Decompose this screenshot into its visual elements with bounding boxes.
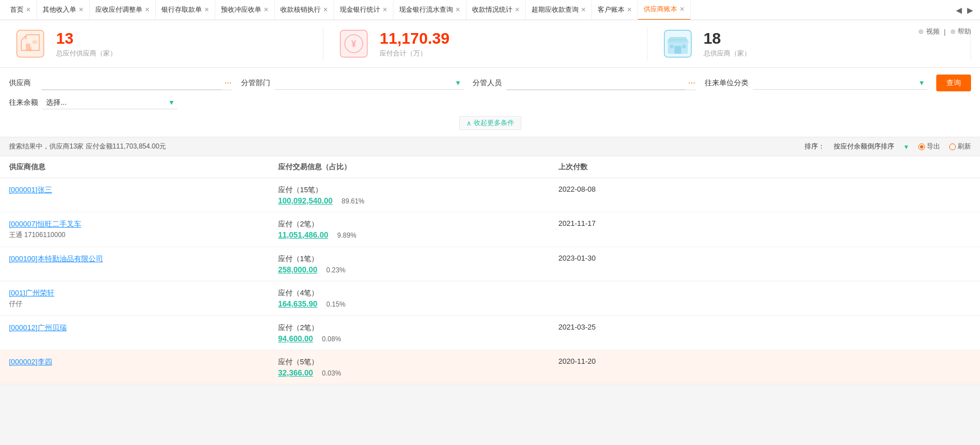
svg-rect-9 <box>674 46 681 54</box>
last-pay-date: 2020-11-20 <box>558 357 596 365</box>
svg-rect-11 <box>682 45 686 48</box>
close-icon[interactable]: ✕ <box>323 6 328 13</box>
supplier-link[interactable]: [000001]张三 <box>9 185 278 195</box>
close-icon[interactable]: ✕ <box>581 6 586 13</box>
results-bar: 搜索结果中，供应商13家 应付金额111,703,854.00元 排序： 按应付… <box>0 137 980 156</box>
supplier-link[interactable]: [001]广州荣轩 <box>9 288 278 298</box>
collapse-button[interactable]: ∧ 收起更多条件 <box>459 116 521 130</box>
close-icon[interactable]: ✕ <box>26 6 31 13</box>
person-label: 分管人员 <box>473 78 502 88</box>
collapse-icon: ∧ <box>466 119 471 127</box>
svg-text:¥: ¥ <box>28 47 32 53</box>
close-icon[interactable]: ✕ <box>204 6 209 13</box>
table-body: [000001]张三 应付（15笔） 100,092,540.00 89.61%… <box>0 178 980 384</box>
main-table: 供应商信息 应付交易信息（占比） 上次付数 [000001]张三 应付（15笔）… <box>0 156 980 384</box>
payable-amount-number: 11,170.39 <box>380 29 450 48</box>
table-row: [000012]广州贝瑞 应付（2笔） 94,600.00 0.08% 2021… <box>0 316 980 350</box>
col-header-lastpay: 上次付数 <box>558 162 971 172</box>
export-button[interactable]: 导出 <box>918 142 940 151</box>
tx-percent: 0.15% <box>326 300 345 308</box>
payable-suppliers-label: 总应付供应商（家） <box>56 49 117 58</box>
nav-tab-home[interactable]: 首页 ✕ <box>4 0 37 20</box>
close-icon[interactable]: ✕ <box>679 6 685 13</box>
nav-arrow-right[interactable]: ▶ <box>964 0 976 20</box>
close-icon[interactable]: ✕ <box>627 6 632 13</box>
top-navigation: 首页 ✕ 其他收入单 ✕ 应收应付调整单 ✕ 银行存取款单 ✕ 预收冲应收单 ✕… <box>0 0 980 20</box>
close-icon[interactable]: ✕ <box>264 6 269 13</box>
supplier-link[interactable]: [000012]广州贝瑞 <box>9 323 278 333</box>
supplier-contact: 仔仔 <box>9 299 278 309</box>
last-pay-date: 2022-08-08 <box>558 185 596 193</box>
nav-tab-ar-ap-adjust[interactable]: 应收应付调整单 ✕ <box>90 0 156 20</box>
nav-tab-overdue-ar[interactable]: 超期应收款查询 ✕ <box>526 0 592 20</box>
nav-tab-cash-flow-query[interactable]: 现金银行流水查询 ✕ <box>394 0 466 20</box>
tx-amount[interactable]: 100,092,540.00 <box>278 196 332 205</box>
payable-suppliers-number: 13 <box>56 29 117 48</box>
nav-tab-other-income[interactable]: 其他收入单 ✕ <box>37 0 90 20</box>
tx-amount[interactable]: 32,366.00 <box>278 368 313 377</box>
close-icon[interactable]: ✕ <box>382 6 387 13</box>
supplier-info-cell: [000100]本特勤油品有限公司 <box>9 254 278 264</box>
tx-row: 32,366.00 0.03% <box>278 368 558 377</box>
tx-amount[interactable]: 258,000.00 <box>278 265 317 274</box>
nav-tab-cash-bank-stat[interactable]: 现金银行统计 ✕ <box>334 0 394 20</box>
col-header-transaction: 应付交易信息（占比） <box>278 162 558 172</box>
supplier-info-cell: [000002]李四 <box>9 357 278 367</box>
sort-dropdown-arrow[interactable]: ▼ <box>903 143 909 150</box>
nav-tab-prepay-ar[interactable]: 预收冲应收单 ✕ <box>215 0 275 20</box>
nav-tab-bank-deposit[interactable]: 银行存取款单 ✕ <box>156 0 215 20</box>
close-icon[interactable]: ✕ <box>515 6 520 13</box>
supplier-label: 供应商 <box>9 78 37 88</box>
help-link[interactable]: ⊙ 帮助 <box>950 27 971 36</box>
category-field: 往来单位分类 ▼ <box>705 76 928 90</box>
tx-label: 应付（4笔） <box>278 288 558 298</box>
tx-amount[interactable]: 94,600.00 <box>278 334 313 343</box>
refresh-radio-icon <box>949 143 956 150</box>
supplier-info-cell: [001]广州荣轩 仔仔 <box>9 288 278 309</box>
nav-tab-customer-ledger[interactable]: 客户账本 ✕ <box>592 0 638 20</box>
tx-label: 应付（5笔） <box>278 357 558 367</box>
person-picker-icon[interactable]: ··· <box>688 78 695 88</box>
supplier-picker-icon[interactable]: ··· <box>224 78 232 88</box>
tx-row: 11,051,486.00 9.89% <box>278 230 558 239</box>
last-pay-cell: 2023-01-30 <box>558 254 971 262</box>
total-suppliers-label: 总供应商（家） <box>704 49 751 58</box>
nav-tab-payment-verify[interactable]: 收款核销执行 ✕ <box>275 0 334 20</box>
stat-card-payable-suppliers: ¥ 13 总应付供应商（家） <box>9 27 323 61</box>
last-pay-date: 2023-01-30 <box>558 254 596 262</box>
category-select[interactable] <box>753 76 928 89</box>
tx-amount[interactable]: 164,635.90 <box>278 299 317 308</box>
tx-label: 应付（15笔） <box>278 185 558 195</box>
last-pay-cell: 2022-08-08 <box>558 185 971 193</box>
transaction-info-cell: 应付（5笔） 32,366.00 0.03% <box>278 357 558 377</box>
close-icon[interactable]: ✕ <box>455 6 460 13</box>
last-pay-cell: 2021-11-17 <box>558 219 971 228</box>
nav-tab-supplier-ledger[interactable]: 供应商账本 ✕ <box>638 0 691 20</box>
supplier-link[interactable]: [000007]恒旺二手叉车 <box>9 219 278 229</box>
supplier-input[interactable] <box>41 76 222 90</box>
svg-rect-2 <box>33 40 37 44</box>
video-link[interactable]: ⊙ 视频 <box>918 27 939 36</box>
tx-percent: 0.08% <box>322 335 341 343</box>
close-icon[interactable]: ✕ <box>78 6 84 13</box>
supplier-link[interactable]: [000002]李四 <box>9 357 278 367</box>
table-row: [000007]恒旺二手叉车 王通 17106110000 应付（2笔） 11,… <box>0 212 980 247</box>
supplier-info-cell: [000007]恒旺二手叉车 王通 17106110000 <box>9 219 278 240</box>
nav-arrow-left[interactable]: ◀ <box>953 0 964 20</box>
balance-select[interactable]: 选择... <box>43 96 177 109</box>
tx-row: 100,092,540.00 89.61% <box>278 196 558 205</box>
nav-tab-collection-stat[interactable]: 收款情况统计 ✕ <box>466 0 526 20</box>
search-button[interactable]: 查询 <box>936 75 971 91</box>
person-input[interactable] <box>506 76 686 90</box>
table-header: 供应商信息 应付交易信息（占比） 上次付数 <box>0 156 980 178</box>
tx-row: 164,635.90 0.15% <box>278 299 558 308</box>
tx-amount[interactable]: 11,051,486.00 <box>278 230 329 239</box>
total-suppliers-number: 18 <box>704 29 751 48</box>
refresh-button[interactable]: 刷新 <box>949 142 971 151</box>
tx-label: 应付（1笔） <box>278 254 558 264</box>
tx-percent: 0.03% <box>322 369 341 377</box>
supplier-link[interactable]: [000100]本特勤油品有限公司 <box>9 254 278 264</box>
close-icon[interactable]: ✕ <box>145 6 150 13</box>
last-pay-date: 2021-11-17 <box>558 219 596 228</box>
dept-select[interactable] <box>275 76 464 89</box>
